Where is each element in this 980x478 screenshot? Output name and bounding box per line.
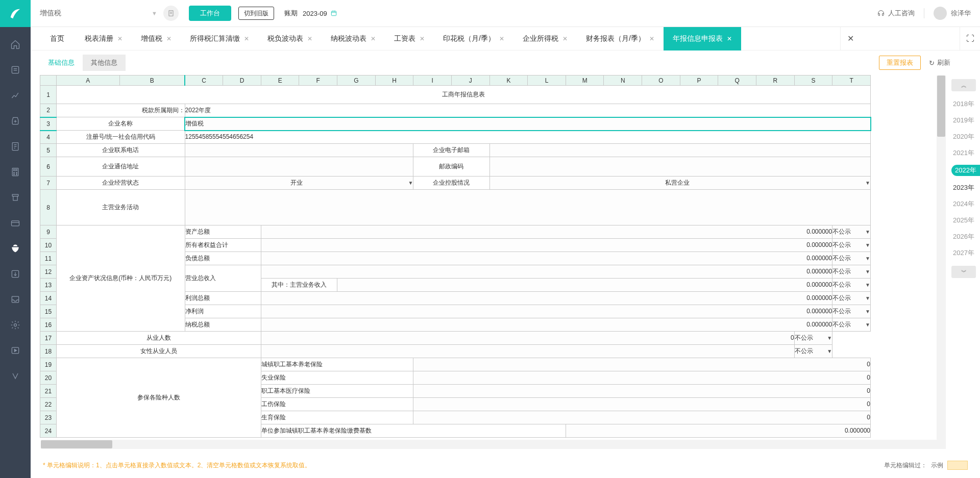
cell[interactable]: 不公示▼	[832, 279, 871, 292]
cell[interactable]	[185, 157, 413, 177]
row-header[interactable]: 20	[40, 371, 57, 385]
subtab-other[interactable]: 其他信息	[83, 55, 126, 71]
nav-calc-icon[interactable]	[0, 160, 31, 184]
cell[interactable]: 12554585554554656254	[185, 131, 870, 144]
cell[interactable]: 不公示▼	[832, 305, 871, 318]
cell[interactable]: 0.000000	[261, 292, 832, 305]
close-icon[interactable]: ✕	[307, 35, 312, 42]
close-icon[interactable]: ✕	[727, 35, 732, 42]
period-picker[interactable]: 2023-09	[303, 10, 337, 17]
col-header[interactable]: N	[604, 76, 642, 86]
tab[interactable]: 税表清册✕	[76, 27, 132, 51]
year-up-icon[interactable]: ︽	[951, 79, 976, 91]
nav-settings-icon[interactable]	[0, 313, 31, 337]
cell[interactable]	[489, 157, 870, 177]
cell[interactable]: 0.000000	[261, 252, 832, 265]
nav-ledger-icon[interactable]	[0, 58, 31, 82]
cell[interactable]: 不公示▼	[832, 265, 871, 279]
row-header[interactable]: 21	[40, 385, 57, 398]
tab[interactable]: 年报信息申报表✕	[664, 27, 741, 51]
cell[interactable]: 净利润	[185, 305, 261, 318]
row-header[interactable]: 9	[40, 225, 57, 239]
nav-home-icon[interactable]	[0, 32, 31, 57]
col-header[interactable]: L	[528, 76, 566, 86]
col-header[interactable]: S	[794, 76, 832, 86]
row-header[interactable]: 6	[40, 157, 57, 177]
year-option[interactable]: 2025年	[951, 216, 976, 225]
row-header[interactable]: 23	[40, 411, 57, 424]
cell[interactable]: 私营企业▼	[489, 177, 870, 190]
close-icon[interactable]: ✕	[420, 35, 425, 42]
row-header[interactable]: 17	[40, 332, 57, 345]
user-menu[interactable]: 徐泽华	[934, 7, 971, 20]
tab[interactable]: 纳税波动表✕	[322, 27, 385, 51]
cell[interactable]: 0.000000	[261, 225, 832, 239]
nav-chart-icon[interactable]	[0, 83, 31, 108]
col-header[interactable]: D	[223, 76, 261, 86]
col-header[interactable]: P	[680, 76, 718, 86]
close-icon[interactable]: ✕	[562, 35, 568, 42]
row-header[interactable]: 8	[40, 190, 57, 225]
cell[interactable]: 0	[413, 398, 871, 411]
col-header[interactable]: H	[375, 76, 413, 86]
vertical-scrollbar[interactable]	[937, 76, 946, 440]
cell[interactable]: 失业保险	[261, 371, 413, 385]
year-option[interactable]: 2022年	[951, 165, 980, 176]
row-header[interactable]: 19	[40, 358, 57, 371]
col-header[interactable]: T	[832, 76, 871, 86]
tab[interactable]: 企业所得税✕	[513, 27, 577, 51]
col-header[interactable]: E	[261, 76, 299, 86]
col-header[interactable]: A	[56, 76, 119, 86]
cell[interactable]: 企业经营状态	[56, 177, 185, 190]
cell[interactable]: 职工基本医疗保险	[261, 385, 413, 398]
cell[interactable]: 女性从业人员	[56, 345, 261, 358]
nav-video-icon[interactable]	[0, 338, 31, 363]
tab[interactable]: 工资表✕	[385, 27, 434, 51]
reset-report-button[interactable]: 重置报表	[879, 56, 921, 70]
cell[interactable]: 不公示▼	[794, 332, 832, 345]
close-icon[interactable]: ✕	[117, 35, 122, 42]
nav-wallet-icon[interactable]	[0, 211, 31, 235]
tab[interactable]: 税负波动表✕	[258, 27, 322, 51]
cell[interactable]: 工伤保险	[261, 398, 413, 411]
col-header[interactable]: B	[119, 76, 185, 86]
row-header[interactable]: 2	[40, 104, 57, 117]
year-option[interactable]: 2023年	[951, 183, 976, 192]
tab-expand-icon[interactable]: ⛶	[960, 27, 980, 51]
cell[interactable]: 生育保险	[261, 411, 413, 424]
cell[interactable]: 0	[413, 411, 871, 424]
col-header[interactable]: R	[756, 76, 794, 86]
row-header[interactable]: 4	[40, 131, 57, 144]
cell[interactable]: 单位参加城镇职工基本养老保险缴费基数	[261, 424, 566, 438]
company-name-cell[interactable]: 增值税	[185, 117, 870, 131]
year-option[interactable]: 2019年	[951, 116, 976, 125]
cell[interactable]: 0.000000	[261, 318, 832, 332]
close-icon[interactable]: ✕	[244, 35, 249, 42]
row-header[interactable]: 5	[40, 144, 57, 157]
col-header[interactable]: Q	[718, 76, 756, 86]
row-header[interactable]: 15	[40, 305, 57, 318]
cell[interactable]: 0.000000	[261, 265, 832, 279]
cell[interactable]: 不公示▼	[832, 225, 871, 239]
horizontal-scrollbar[interactable]	[41, 440, 946, 449]
row-header[interactable]: 10	[40, 239, 57, 252]
cell[interactable]: 其中：主营业务收入	[261, 279, 337, 292]
cell[interactable]: 开业▼	[185, 177, 413, 190]
row-header[interactable]: 13	[40, 279, 57, 292]
year-down-icon[interactable]: ︾	[951, 266, 976, 278]
cell[interactable]	[489, 144, 870, 157]
col-header[interactable]: I	[413, 76, 452, 86]
year-option[interactable]: 2020年	[951, 132, 976, 141]
year-option[interactable]: 2021年	[951, 148, 976, 158]
row-header[interactable]: 11	[40, 252, 57, 265]
row-header[interactable]: 16	[40, 318, 57, 332]
close-icon[interactable]: ✕	[499, 35, 504, 42]
col-header[interactable]: F	[299, 76, 337, 86]
tab[interactable]: 首页	[39, 27, 76, 51]
col-header[interactable]: J	[451, 76, 489, 86]
cell[interactable]: 税款所属期间：	[56, 104, 185, 117]
row-header[interactable]: 18	[40, 345, 57, 358]
cell[interactable]: 企业电子邮箱	[413, 144, 489, 157]
cell[interactable]: 0.000000	[261, 305, 832, 318]
cell[interactable]: 纳税总额	[185, 318, 261, 332]
